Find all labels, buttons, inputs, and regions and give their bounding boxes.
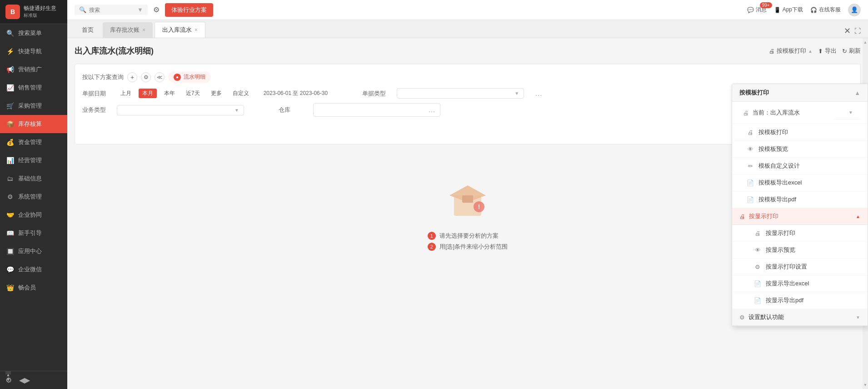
topbar-settings-icon[interactable]: ⚙ [153,5,160,14]
sidebar-item-sales[interactable]: 📈 销售管理 [0,79,67,97]
panel-collapse-btn[interactable]: ▲ [854,90,860,96]
sidebar-item-search[interactable]: 🔍 搜索菜单 [0,24,67,42]
step-2-label: 用[选]条件来缩小分析范围 [439,243,508,251]
panel-item-label-template-export-excel: 按模板导出excel [758,179,802,187]
topbar-search-box[interactable]: 🔍 ▼ [75,5,148,15]
panel-display-item-display-export-excel[interactable]: 📄 按显示导出excel [732,275,868,292]
date-option-上月[interactable]: 上月 [117,89,135,98]
sidebar-scroll-up[interactable]: ▲ [6,373,10,377]
template-print-label: 按模板打印 [777,47,806,55]
message-action[interactable]: 💬 消息 99+ [747,6,767,14]
sidebar-collapse-icon[interactable]: ◀▶ [19,376,30,384]
app-download-icon: 📱 [774,7,781,13]
filter-tag[interactable]: ● 流水明细 [168,71,211,83]
window-close-btn[interactable]: ✕ [844,26,851,36]
tab-label-flow: 出入库流水 [162,26,192,34]
sidebar-item-system[interactable]: ⚙ 系统管理 [0,188,67,206]
sidebar-item-enterprise[interactable]: 🤝 企业协同 [0,206,67,224]
step-1-num: 1 [428,232,436,240]
sidebar-item-purchase[interactable]: 🛒 采购管理 [0,97,67,115]
filter-collapse-btn[interactable]: ≪ [155,72,165,82]
date-option-更多[interactable]: 更多 [207,89,225,98]
page-content: 出入库流水(流水明细) 🖨 按模板打印 ▲ ⬆ 导出 ↻ 刷新 [67,38,868,389]
filter-settings-btn[interactable]: ⚙ [141,72,151,82]
sidebar-logo: B 畅捷通好生意 标准版 [0,0,67,24]
user-avatar[interactable]: 👤 [848,4,861,16]
customer-service-action[interactable]: 🎧 在线客服 [810,6,841,14]
panel-set-default[interactable]: ⚙ 设置默认功能 ▼ [732,309,868,326]
panel-display-item-display-print[interactable]: 🖨 按显示打印 [732,225,868,242]
right-scroll-down[interactable]: ▼ [863,383,868,387]
panel-item-template-preview[interactable]: 👁 按模板预览 [732,141,868,158]
doc-type-input[interactable]: ▼ [397,88,524,99]
sidebar-item-operations[interactable]: 📊 经营管理 [0,151,67,170]
app-name: 畅捷通好生意 [24,5,56,12]
trial-btn[interactable]: 体验行业方案 [165,3,213,17]
sidebar-item-guide[interactable]: 📖 新手引导 [0,224,67,242]
tab-home[interactable]: 首页 [75,22,101,38]
sidebar-item-marketing[interactable]: 📢 营销推广 [0,60,67,79]
search-input[interactable] [89,7,135,13]
date-option-本年[interactable]: 本年 [160,89,179,98]
tabbar: 首页库存批次账×出入库流水× ✕ ⛶ [67,20,868,38]
date-option-本月[interactable]: 本月 [139,89,157,98]
sidebar-icon-quick-nav: ⚡ [5,47,15,56]
message-badge: 99+ [760,2,772,8]
business-type-input[interactable]: ▼ [117,105,244,115]
warehouse-input[interactable]: … [313,103,440,117]
page-actions: 🖨 按模板打印 ▲ ⬆ 导出 ↻ 刷新 [769,47,861,55]
panel-current-section[interactable]: 🖨 当前：出入库流水 ▼ [732,102,868,124]
template-print-btn[interactable]: 🖨 按模板打印 ▲ [769,47,813,55]
date-option-自定义[interactable]: 自定义 [229,89,253,98]
sidebar-item-basic-info[interactable]: 🗂 基础信息 [0,170,67,188]
filter-add-btn[interactable]: + [127,72,137,82]
sidebar-icon-basic-info: 🗂 [5,174,15,183]
tab-batch-account[interactable]: 库存批次账× [103,22,153,38]
sidebar-scroll-down[interactable]: ▼ [6,377,10,382]
sidebar-scroll: 🔍 搜索菜单 ⚡ 快捷导航 📢 营销推广 📈 销售管理 🛒 采购管理 📦 库存核… [0,24,67,371]
svg-text:!: ! [478,203,480,210]
export-btn[interactable]: ⬆ 导出 [818,47,837,55]
panel-item-template-print[interactable]: 🖨 按模板打印 [732,124,868,141]
panel-display-item-display-export-pdf[interactable]: 📄 按显示导出pdf [732,292,868,309]
sidebar-icon-enterprise-wx: 💬 [5,265,15,274]
date-option-近7天[interactable]: 近7天 [182,89,204,98]
panel-display-item-display-print-settings[interactable]: ⚙ 按显示打印设置 [732,259,868,275]
panel-header: 按模板打印 ▲ [732,84,868,102]
tab-close-batch-account[interactable]: × [142,27,145,33]
set-default-icon: ⚙ [739,314,745,321]
panel-display-section[interactable]: 🖨 按显示打印 ▲ [732,208,868,225]
search-dropdown-icon[interactable]: ▼ [137,6,143,13]
sidebar-item-enterprise-wx[interactable]: 💬 企业微信 [0,260,67,279]
export-icon: ⬆ [818,48,823,55]
empty-step-1: 1 请先选择要分析的方案 [428,232,508,240]
sidebar-item-app-center[interactable]: 🔲 应用中心 [0,242,67,260]
sidebar-item-inventory[interactable]: 📦 库存核算 [0,115,67,133]
doc-type-more[interactable]: … [535,90,542,98]
sidebar-item-finance[interactable]: 💰 资金管理 [0,133,67,151]
refresh-btn[interactable]: ↻ 刷新 [842,47,861,55]
sidebar-item-vip[interactable]: 👑 畅会员 [0,279,67,297]
sidebar-icon-system: ⚙ [5,192,15,201]
panel-item-template-export-pdf[interactable]: 📄 按模板导出pdf [732,191,868,208]
right-scroll-up[interactable]: ▲ [863,40,868,45]
window-expand-btn[interactable]: ⛶ [854,27,861,35]
warehouse-more[interactable]: … [428,106,435,114]
panel-display-icon-display-export-excel: 📄 [754,280,761,287]
customer-service-label: 在线客服 [819,6,841,14]
sidebar-label-finance: 资金管理 [18,138,42,146]
filter-tag-label: 流水明细 [184,73,205,81]
step-1-label: 请先选择要分析的方案 [439,232,499,240]
app-download-action[interactable]: 📱 App下载 [774,6,803,14]
sidebar-item-quick-nav[interactable]: ⚡ 快捷导航 [0,42,67,60]
tab-close-flow[interactable]: × [195,27,198,33]
headset-icon: 🎧 [810,7,817,13]
business-type-arrow: ▼ [234,108,239,113]
sidebar-icon-enterprise: 🤝 [5,210,15,219]
panel-item-template-custom[interactable]: ✏ 模板自定义设计 [732,158,868,175]
panel-display-item-display-preview[interactable]: 👁 按显示预览 [732,242,868,259]
tab-flow[interactable]: 出入库流水× [155,22,205,38]
panel-item-template-export-excel[interactable]: 📄 按模板导出excel [732,175,868,191]
sidebar-label-operations: 经营管理 [18,156,42,165]
warehouse-label: 仓库 [279,106,306,114]
